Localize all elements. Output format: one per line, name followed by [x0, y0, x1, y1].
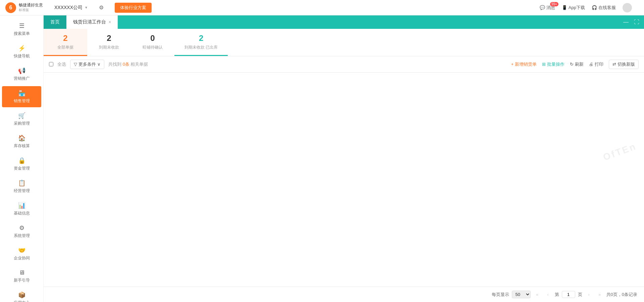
marketing-icon: 📢 [18, 67, 25, 74]
pagination: 每页显示 50 100 200 « ‹ 第 页 › » 共0页，0条记录 [44, 287, 644, 302]
tab-minimize-btn[interactable]: — [622, 18, 630, 26]
stat-label-overdue: 到期未收款 [97, 45, 121, 50]
stat-label-overdue-shipped: 到期未收款 已出库 [184, 45, 218, 50]
sidebar-label-guide: 新手引导 [14, 278, 30, 283]
top-header: 6 畅捷通好生意 标准版 XXXXXX公司 ▼ ⚙ 体验行业方案 💬 消息 99… [0, 0, 644, 15]
tab-actions: — ⛶ [622, 18, 644, 26]
table-area: OfTEn [44, 73, 644, 287]
per-page-label: 每页显示 [492, 292, 509, 298]
page-label: 第 [555, 292, 559, 298]
tab-home[interactable]: 首页 [44, 15, 66, 29]
company-selector[interactable]: XXXXXX公司 ▼ [54, 5, 88, 11]
page-number-input[interactable] [562, 291, 575, 298]
select-all-label: 全选 [57, 61, 66, 67]
logo-area: 6 畅捷通好生意 标准版 [5, 2, 49, 13]
sidebar-label-app-center: 应用中心 [14, 300, 30, 302]
watermark: OfTEn [602, 141, 638, 163]
switch-new-version-button[interactable]: ⇄ 切换新版 [609, 60, 639, 69]
sidebar-item-operation[interactable]: 📋 经营管理 [2, 176, 41, 197]
stat-label-wangpu: 旺铺待确认 [141, 45, 164, 50]
tab-bar: 首页 钱货日清工作台 × — ⛶ [44, 15, 644, 29]
sidebar-item-cooperation[interactable]: 🤝 企业协同 [2, 243, 41, 264]
sidebar-item-quick-nav[interactable]: ⚡ 快捷导航 [2, 41, 41, 62]
app-center-icon: 📦 [18, 291, 25, 299]
stat-number-wangpu: 0 [141, 34, 164, 43]
found-count: 0条 [123, 62, 129, 67]
stat-card-overdue-shipped[interactable]: 2 到期未收款 已出库 [174, 29, 228, 56]
prev-page-btn[interactable]: ‹ [544, 291, 552, 299]
sidebar-item-guide[interactable]: 🖥 新手引导 [2, 266, 41, 287]
sidebar-item-basic-info[interactable]: 📊 基础信息 [2, 198, 41, 220]
system-icon: ⚙ [19, 224, 24, 232]
operation-icon: 📋 [18, 179, 25, 187]
sidebar-item-system[interactable]: ⚙ 系统管理 [2, 221, 41, 242]
tab-maximize-btn[interactable]: ⛶ [633, 18, 641, 26]
last-page-btn[interactable]: » [596, 291, 604, 299]
avatar[interactable] [623, 3, 632, 12]
tab-close-icon[interactable]: × [109, 20, 111, 24]
sidebar-label-search-menu: 搜索菜单 [14, 31, 30, 37]
search-menu-icon: ☰ [19, 22, 24, 29]
stat-number-overdue: 2 [97, 34, 121, 43]
page-suffix: 页 [578, 292, 582, 298]
page-size-select[interactable]: 50 100 200 [512, 291, 531, 298]
sidebar-item-marketing[interactable]: 📢 营销推广 [2, 64, 41, 85]
print-button[interactable]: 🖨 打印 [589, 61, 603, 67]
sidebar-item-capital[interactable]: 🔒 资金管理 [2, 154, 41, 175]
app-download-action[interactable]: 📱 App下载 [562, 5, 585, 11]
header-right: 💬 消息 99+ 📱 App下载 🎧 在线客服 [540, 3, 639, 12]
sidebar-label-system: 系统管理 [14, 233, 30, 239]
sidebar-item-search-menu[interactable]: ☰ 搜索菜单 [2, 19, 41, 40]
select-all-checkbox[interactable] [49, 62, 53, 66]
switch-icon: ⇄ [612, 62, 616, 67]
batch-operation-button[interactable]: ⊞ 批量操作 [542, 61, 565, 67]
sidebar-label-operation: 经营管理 [14, 188, 30, 194]
download-icon: 📱 [562, 5, 567, 10]
next-page-btn[interactable]: › [585, 291, 593, 299]
app-badge: 标准版 [19, 8, 43, 12]
app-name: 畅捷通好生意 [19, 3, 43, 8]
purchase-icon: 🛒 [18, 112, 25, 119]
filter-label: 更多条件 [78, 61, 96, 67]
stat-card-overdue[interactable]: 2 到期未收款 [87, 29, 131, 56]
sidebar-label-capital: 资金管理 [14, 166, 30, 171]
online-service-action[interactable]: 🎧 在线客服 [592, 5, 616, 11]
capital-icon: 🔒 [18, 157, 25, 164]
app-logo-icon: 6 [5, 2, 16, 13]
tab-active[interactable]: 钱货日清工作台 × [66, 15, 118, 29]
message-action[interactable]: 💬 消息 99+ [540, 5, 555, 11]
try-industry-button[interactable]: 体验行业方案 [115, 3, 152, 13]
first-page-btn[interactable]: « [533, 291, 541, 299]
service-icon: 🎧 [592, 5, 597, 10]
stat-card-wangpu[interactable]: 0 旺铺待确认 [131, 29, 174, 56]
company-dropdown-arrow: ▼ [85, 6, 88, 9]
message-badge: 99+ [550, 2, 558, 6]
sidebar-item-app-center[interactable]: 📦 应用中心 [2, 288, 41, 302]
filter-icon: ▽ [74, 62, 77, 67]
sidebar-item-sales[interactable]: 🏪 销售管理 [2, 86, 41, 107]
stats-row: 2 全部单据 2 到期未收款 0 旺铺待确认 2 到期未收款 已出库 [44, 29, 644, 56]
inventory-icon: 🏠 [18, 134, 25, 142]
new-sales-order-button[interactable]: + 新增销货单 [511, 61, 537, 67]
sidebar-item-inventory[interactable]: 🏠 库存核算 [2, 131, 41, 152]
refresh-icon: ↻ [570, 62, 574, 67]
sidebar-label-inventory: 库存核算 [14, 143, 30, 149]
toolbar-right: + 新增销货单 ⊞ 批量操作 ↻ 刷新 🖨 打印 ⇄ 切换新版 [511, 60, 639, 69]
content-area: 首页 钱货日清工作台 × — ⛶ 2 全部单据 2 到期未收款 0 [44, 15, 644, 302]
stat-card-all[interactable]: 2 全部单据 [44, 29, 87, 56]
sidebar-label-sales: 销售管理 [14, 98, 30, 104]
stat-label-all: 全部单据 [54, 45, 77, 50]
cooperation-icon: 🤝 [18, 247, 25, 254]
sidebar-item-purchase[interactable]: 🛒 采购管理 [2, 109, 41, 130]
sidebar-label-cooperation: 企业协同 [14, 255, 30, 261]
found-text: 共找到 0条 相关单据 [108, 61, 148, 67]
sidebar-label-marketing: 营销推广 [14, 76, 30, 81]
settings-icon[interactable]: ⚙ [97, 3, 106, 12]
batch-icon: ⊞ [542, 62, 546, 67]
stat-number-overdue-shipped: 2 [184, 34, 218, 43]
guide-icon: 🖥 [19, 269, 25, 276]
sidebar-label-quick-nav: 快捷导航 [14, 53, 30, 59]
print-icon: 🖨 [589, 62, 593, 67]
refresh-button[interactable]: ↻ 刷新 [570, 61, 584, 67]
more-filter-button[interactable]: ▽ 更多条件 ∨ [70, 60, 104, 69]
